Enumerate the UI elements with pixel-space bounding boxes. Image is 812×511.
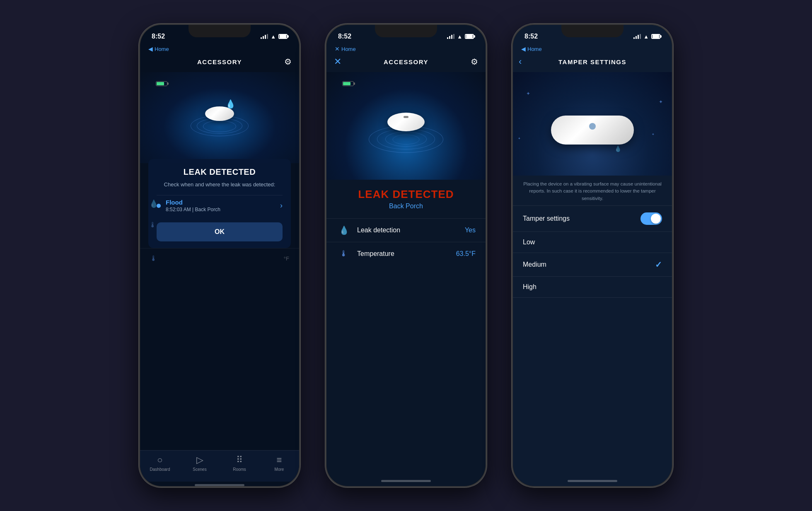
toggle-knob xyxy=(651,214,661,224)
tamper-toggle[interactable] xyxy=(640,212,662,225)
battery-icon-2 xyxy=(465,34,474,39)
status-bar-1: 8:52 ▲ xyxy=(140,25,299,46)
time-2: 8:52 xyxy=(338,33,351,40)
sensor-battery-1 xyxy=(156,81,167,86)
scenes-icon: ▷ xyxy=(196,455,203,465)
ok-button-1[interactable]: OK xyxy=(157,222,283,241)
drop-icon-3: 💧 xyxy=(614,145,621,152)
tab-rooms[interactable]: ⠿ Rooms xyxy=(220,455,259,472)
back-chevron-3: ◀ xyxy=(521,46,526,52)
ripple-3 xyxy=(203,121,236,132)
back-icon-3[interactable]: ‹ xyxy=(519,56,522,67)
wifi-icon-3: ▲ xyxy=(643,34,649,40)
nav-title-1: ACCESSORY xyxy=(197,58,242,65)
event-chevron-1: › xyxy=(280,201,283,210)
ripple2-4 xyxy=(393,135,420,145)
event-time-1: 8:52:03 AM | Back Porch xyxy=(166,207,280,212)
sparkle-1: ✦ xyxy=(526,91,530,96)
temp-unit-hint: °F xyxy=(284,256,289,262)
status-bar-2: 8:52 ▲ xyxy=(326,25,486,46)
phone-1-screen: 8:52 ▲ ◀ Home ACCESSORY ⚙ xyxy=(140,25,299,486)
home-label-3[interactable]: Home xyxy=(527,46,542,52)
signal-icon-2 xyxy=(447,34,454,39)
phone-3-screen: 8:52 ▲ ◀ Home ‹ TAMPER SETTINGS xyxy=(513,25,672,486)
temp-row-2: 🌡 Temperature 63.5°F xyxy=(326,242,486,265)
nav-bar-2: ✕ ACCESSORY ⚙ xyxy=(326,54,486,72)
gear-icon-2[interactable]: ⚙ xyxy=(471,57,478,67)
phone-1: 8:52 ▲ ◀ Home ACCESSORY ⚙ xyxy=(139,24,300,487)
phone-2-screen: 8:52 ▲ ✕ Home ✕ ACCESSORY xyxy=(326,25,486,486)
tab-dashboard-label: Dashboard xyxy=(150,467,170,472)
temp-label-2: Temperature xyxy=(357,250,456,258)
tab-scenes[interactable]: ▷ Scenes xyxy=(180,455,220,472)
event-name-1: Flood xyxy=(166,199,280,206)
tab-scenes-label: Scenes xyxy=(193,467,206,472)
status-icons-3: ▲ xyxy=(633,34,660,40)
sensor-device-2 xyxy=(387,113,425,131)
water-icon-side: 💧 xyxy=(149,199,158,208)
leak-label-2: Leak detection xyxy=(357,227,465,234)
tab-bar-1: ○ Dashboard ▷ Scenes ⠿ Rooms ≡ More xyxy=(140,450,299,486)
tab-bar-container-1: ○ Dashboard ▷ Scenes ⠿ Rooms ≡ More xyxy=(140,450,299,482)
option-medium-label: Medium xyxy=(523,261,655,268)
sensor-battery-2 xyxy=(342,81,354,86)
more-icon: ≡ xyxy=(277,455,282,465)
tamper-note: Placing the device on a vibrating surfac… xyxy=(513,176,672,206)
home-bar-2 xyxy=(381,480,431,482)
home-label-1[interactable]: Home xyxy=(155,46,169,52)
battery-icon-1 xyxy=(278,34,288,39)
hero-2 xyxy=(326,72,486,180)
tab-more-label: More xyxy=(275,467,284,472)
alert-title-1: LEAK DETECTED xyxy=(157,167,283,177)
leak-title-2: LEAK DETECTED xyxy=(326,188,486,201)
time-3: 8:52 xyxy=(524,33,538,40)
sparkle-4: ✦ xyxy=(652,133,655,136)
home-back-icon-1: ◀ xyxy=(148,46,153,52)
back-icon-2: ✕ xyxy=(335,46,340,52)
leak-value-2: Yes xyxy=(465,227,476,234)
ripple-container-1 xyxy=(186,91,253,145)
temp-value-2: 63.5°F xyxy=(456,250,476,258)
dashboard-icon: ○ xyxy=(157,455,162,465)
option-high-label: High xyxy=(523,283,662,291)
status-icons-1: ▲ xyxy=(261,34,288,40)
close-icon-2[interactable]: ✕ xyxy=(334,56,341,67)
gear-icon-1[interactable]: ⚙ xyxy=(284,57,292,67)
phone-2: 8:52 ▲ ✕ Home ✕ ACCESSORY xyxy=(325,24,487,487)
option-medium[interactable]: Medium ✓ xyxy=(513,253,672,277)
nav-bar-3: ‹ TAMPER SETTINGS xyxy=(513,54,672,72)
option-high[interactable]: High xyxy=(513,277,672,298)
option-low-label: Low xyxy=(523,239,662,246)
temp-icon-2: 🌡 xyxy=(336,249,351,258)
battery-icon-3 xyxy=(651,34,660,39)
event-item-1[interactable]: Flood 8:52:03 AM | Back Porch › xyxy=(157,195,283,216)
option-low[interactable]: Low xyxy=(513,232,672,253)
rooms-icon: ⠿ xyxy=(236,455,243,465)
hero-3: ✦ ✦ ✦ ✦ 💧 xyxy=(513,72,672,176)
location-2: Back Porch xyxy=(326,202,486,210)
home-label-2[interactable]: Home xyxy=(341,46,356,52)
wifi-icon-1: ▲ xyxy=(271,34,276,40)
alert-box-1: LEAK DETECTED Check when and where the l… xyxy=(148,159,291,248)
water-icon-2: 💧 xyxy=(336,225,351,235)
signal-icon-1 xyxy=(261,34,268,39)
temp-row-icon: 🌡 xyxy=(150,254,157,263)
home-bar-1 xyxy=(195,484,244,486)
alert-subtitle-1: Check when and where the leak was detect… xyxy=(157,181,283,188)
time-1: 8:52 xyxy=(152,33,165,40)
tab-more[interactable]: ≡ More xyxy=(259,455,299,472)
home-bar-3 xyxy=(568,480,617,482)
sensor-device-1 xyxy=(205,106,234,121)
tab-dashboard[interactable]: ○ Dashboard xyxy=(140,455,180,472)
status-icons-2: ▲ xyxy=(447,34,474,40)
nav-title-3: TAMPER SETTINGS xyxy=(558,58,626,65)
wifi-icon-2: ▲ xyxy=(457,34,462,40)
tamper-settings-row: Tamper settings xyxy=(513,206,672,232)
medium-checkmark: ✓ xyxy=(655,260,662,270)
event-info-1: Flood 8:52:03 AM | Back Porch xyxy=(166,199,280,212)
status-bar-3: 8:52 ▲ xyxy=(513,25,672,46)
nav-title-2: ACCESSORY xyxy=(384,58,428,65)
sparkle-3: ✦ xyxy=(518,137,521,140)
signal-icon-3 xyxy=(633,34,641,39)
tab-rooms-label: Rooms xyxy=(233,467,246,472)
